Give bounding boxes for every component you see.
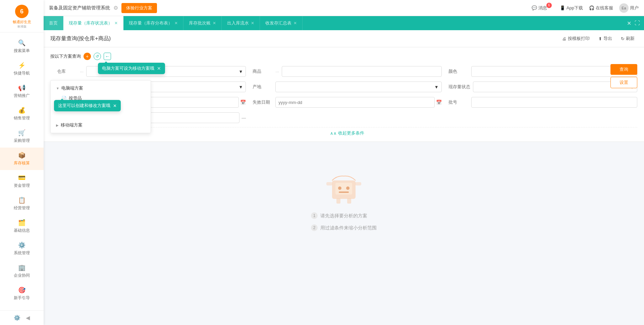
topbar-online-support[interactable]: 🎧 在线客服 <box>589 5 613 11</box>
logo-badge: 标准版 <box>17 24 26 29</box>
purchase-icon: 🛒 <box>18 129 25 137</box>
sidebar-item-basic[interactable]: 🗂️ 基础信息 <box>0 215 44 237</box>
sidebar-item-operations-label: 经营管理 <box>14 205 30 211</box>
sidebar-item-marketing[interactable]: 📢 营销推广 <box>0 80 44 103</box>
support-icon: 🎧 <box>589 5 594 10</box>
tab-batch-ledger[interactable]: 库存批次账 ✕ <box>183 16 222 30</box>
print-template-label: 按模板打印 <box>568 36 590 42</box>
filter-row-origin: 产地 ▼ <box>253 82 441 92</box>
sidebar: 6 畅通好生意 标准版 🔍 搜索菜单 ⚡ 快捷导航 📢 营销推广 💰 销售管理 … <box>0 0 44 325</box>
tab-batch-ledger-close[interactable]: ✕ <box>213 21 216 25</box>
sidebar-collapse-btn[interactable]: ◀ <box>26 315 30 321</box>
desktop-scheme-group[interactable]: ▼ 电脑端方案 <box>51 83 151 93</box>
collapse-btn[interactable]: ∧∧ 收起更多条件 <box>330 130 364 136</box>
scheme-popup-close[interactable]: ✕ <box>157 66 161 71</box>
tabbar-close-btn[interactable]: ✕ <box>627 20 631 26</box>
origin-label: 产地 <box>253 84 273 90</box>
refresh-btn[interactable]: ↻ 刷新 <box>618 34 637 43</box>
sidebar-item-finance[interactable]: 💳 资金管理 <box>0 170 44 193</box>
edit-popup-text: 这里可以创建和修改方案哦 <box>58 103 110 109</box>
print-template-btn[interactable]: 🖨 按模板打印 <box>559 34 592 43</box>
filter-cycle-btn[interactable]: ↺ <box>94 53 101 60</box>
goods-select[interactable] <box>282 66 441 77</box>
setting-btn[interactable]: 设置 <box>610 77 637 88</box>
industry-btn[interactable]: 体验行业方案 <box>121 3 157 13</box>
online-support-label: 在线客服 <box>596 5 613 11</box>
empty-step1: 1 请先选择要分析的方案 <box>311 211 377 220</box>
topbar-app-download[interactable]: 📱 App下载 <box>560 5 583 11</box>
tabbar-fullscreen-btn[interactable]: ⛶ <box>635 20 640 26</box>
sidebar-item-guide[interactable]: 🎯 新手引导 <box>0 282 44 305</box>
sidebar-item-inventory[interactable]: 📦 库存核算 <box>0 148 44 170</box>
sidebar-settings-btn[interactable]: ⚙️ <box>14 315 20 321</box>
collapse-label: 收起更多条件 <box>338 130 364 136</box>
export-icon: ⬆ <box>598 36 602 41</box>
svg-point-3 <box>346 186 350 190</box>
tab-receive-summary-label: 收发存汇总表 <box>265 20 291 26</box>
tab-inventory-dist[interactable]: 现存量（库存分布表） ✕ <box>123 16 183 30</box>
export-btn[interactable]: ⬆ 导出 <box>596 34 615 43</box>
tab-inout-flow-close[interactable]: ✕ <box>251 21 254 25</box>
filter-row-batch-no: 批号 <box>448 97 637 108</box>
sidebar-item-marketing-label: 营销推广 <box>14 93 30 99</box>
filter-area: 按以下方案查询 + ↺ ← 电脑方案可设为移动方案哦 ✕ ▼ 电脑端方案 <box>44 47 644 142</box>
sidebar-item-operations[interactable]: 📋 经营管理 <box>0 193 44 215</box>
sidebar-item-purchase[interactable]: 🛒 采购管理 <box>0 125 44 148</box>
tab-receive-summary-close[interactable]: ✕ <box>293 21 297 25</box>
scheme-popup-text: 电脑方案可设为移动方案哦 <box>102 65 154 71</box>
topbar-user[interactable]: Ea 用户 <box>619 3 639 13</box>
edit-scheme-popup: 这里可以创建和修改方案哦 ✕ <box>54 100 121 111</box>
mobile-scheme-group[interactable]: ▶ 移动端方案 <box>51 120 151 130</box>
search-btn[interactable]: 查询 <box>610 64 637 75</box>
empty-state: 1 请先选择要分析的方案 2 用过滤条件来缩小分析范围 <box>44 142 644 259</box>
sidebar-item-finance-label: 资金管理 <box>14 183 30 188</box>
sidebar-item-quicknav[interactable]: ⚡ 快捷导航 <box>0 58 44 80</box>
sidebar-item-search-label: 搜索菜单 <box>14 48 30 54</box>
step2-num: 2 <box>311 224 318 231</box>
guide-icon: 🎯 <box>18 286 25 294</box>
batch-no-input[interactable] <box>471 97 637 108</box>
tabbar-actions: ✕ ⛶ <box>623 16 644 30</box>
print-icon: 🖨 <box>562 36 567 41</box>
tab-inout-flow[interactable]: 出入库流水 ✕ <box>222 16 260 30</box>
filter-arrow-btn[interactable]: ← <box>104 53 111 60</box>
tab-inventory-dist-close[interactable]: ✕ <box>174 21 178 25</box>
message-badge: 6 <box>546 3 552 8</box>
tab-inventory-dist-label: 现存量（库存分布表） <box>129 20 172 26</box>
page-title: 现存量查询(按仓库+商品) <box>50 35 111 42</box>
empty-svg <box>324 169 364 206</box>
tab-receive-summary[interactable]: 收发存汇总表 ✕ <box>260 16 303 30</box>
production-date-calendar-icon[interactable]: 📅 <box>240 100 246 105</box>
enterprise-icon: 🏢 <box>18 264 25 271</box>
topbar-message[interactable]: 💬 消息 6 <box>532 5 554 11</box>
tab-inventory-status-close[interactable]: ✕ <box>114 21 118 25</box>
filter-add-btn[interactable]: + <box>84 53 91 60</box>
mobile-expand-icon: ▶ <box>56 123 59 127</box>
expiry-date-input[interactable] <box>275 97 434 108</box>
origin-select[interactable]: ▼ <box>275 82 441 92</box>
export-label: 导出 <box>603 36 612 42</box>
sidebar-item-sales[interactable]: 💰 销售管理 <box>0 103 44 125</box>
sidebar-item-system[interactable]: ⚙️ 系统管理 <box>0 237 44 260</box>
topbar-right: 💬 消息 6 📱 App下载 🎧 在线客服 Ea 用户 <box>532 3 639 13</box>
topbar-settings-icon[interactable]: ⚙ <box>113 5 118 11</box>
refresh-icon: ↻ <box>621 36 625 41</box>
empty-illustration <box>324 169 364 206</box>
sidebar-item-search[interactable]: 🔍 搜索菜单 <box>0 35 44 58</box>
sidebar-item-inventory-label: 库存核算 <box>14 160 30 166</box>
svg-point-2 <box>338 186 341 190</box>
expiry-date-calendar-icon[interactable]: 📅 <box>436 100 442 105</box>
goods-dots[interactable]: ··· <box>275 69 279 74</box>
goods-label: 商品 <box>253 68 273 74</box>
tab-inventory-status[interactable]: 现存量（库存状况表） ✕ <box>63 16 123 30</box>
sidebar-item-enterprise[interactable]: 🏢 企业协同 <box>0 260 44 282</box>
warehouse-dots[interactable]: ··· <box>80 69 84 74</box>
tab-home[interactable]: 首页 <box>44 16 63 30</box>
svg-rect-7 <box>326 182 332 185</box>
tab-batch-ledger-label: 库存批次账 <box>189 20 211 26</box>
quicknav-icon: ⚡ <box>18 62 25 69</box>
color-label: 颜色 <box>448 68 469 74</box>
svg-rect-6 <box>347 198 351 204</box>
sidebar-logo: 6 畅通好生意 标准版 <box>0 0 44 33</box>
edit-popup-close[interactable]: ✕ <box>113 103 117 108</box>
